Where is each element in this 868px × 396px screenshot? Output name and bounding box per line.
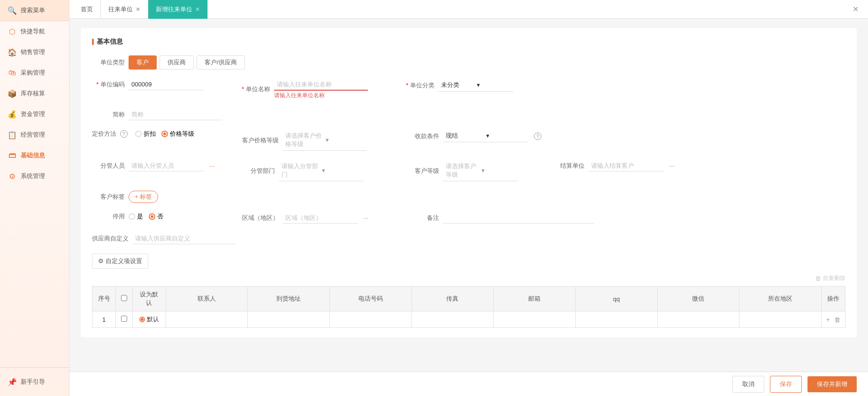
supplier-custom-label: 供应商自定义 bbox=[92, 234, 129, 243]
col-checkbox[interactable] bbox=[116, 287, 133, 311]
row-contact[interactable] bbox=[166, 311, 248, 328]
sidebar-item-purchase[interactable]: 🛍 采购管理 bbox=[0, 62, 69, 83]
default-radio[interactable] bbox=[139, 317, 145, 322]
disabled-no-radio[interactable]: 否 bbox=[149, 212, 163, 221]
pricing-method-field: 定价方法 ? 折扣 价格等级 bbox=[92, 130, 233, 138]
sidebar-item-finance[interactable]: 💰 资金管理 bbox=[0, 104, 69, 124]
sidebar-item-operations[interactable]: 📋 经营管理 bbox=[0, 124, 69, 145]
phone-input[interactable] bbox=[335, 316, 407, 323]
disabled-yes-label: 是 bbox=[137, 212, 143, 221]
customer-level-select[interactable]: 请选择客户等级 ▼ bbox=[443, 160, 518, 181]
manager-more-btn[interactable]: ··· bbox=[207, 162, 217, 170]
unit-name-input[interactable] bbox=[274, 79, 368, 91]
batch-delete-label[interactable]: 批量删除 bbox=[823, 274, 845, 282]
settlement-more-btn[interactable]: ··· bbox=[667, 162, 677, 170]
unit-name-field: * 单位名称 请输入往来单位名称 bbox=[237, 79, 388, 100]
select-all-checkbox[interactable] bbox=[121, 295, 127, 301]
row-checkbox-input[interactable] bbox=[121, 316, 127, 322]
customer-price-level-placeholder: 请选择客户价格等级 bbox=[285, 132, 325, 148]
row-qq[interactable] bbox=[575, 311, 657, 328]
unit-code-input[interactable] bbox=[129, 79, 204, 90]
disabled-radio-group: 是 否 bbox=[129, 212, 163, 221]
supplier-custom-row: 供应商自定义 bbox=[92, 233, 845, 244]
tab-partner-close[interactable]: ✕ bbox=[136, 6, 140, 13]
row-address[interactable] bbox=[248, 311, 330, 328]
col-fax: 传真 bbox=[411, 287, 494, 311]
row-checkbox[interactable] bbox=[116, 311, 133, 328]
settlement-unit-label: 结算单位 bbox=[552, 162, 585, 170]
form-content: 基本信息 单位类型 客户 供应商 客户/供应商 * bbox=[69, 19, 868, 372]
pricing-question-icon[interactable]: ? bbox=[120, 130, 128, 138]
sidebar-item-sales[interactable]: 🏠 销售管理 bbox=[0, 42, 69, 62]
sidebar-label-sales: 销售管理 bbox=[21, 48, 45, 56]
pricing-radio-group: 折扣 价格等级 bbox=[135, 130, 194, 138]
unit-type-row: 单位类型 客户 供应商 客户/供应商 bbox=[92, 55, 845, 70]
payment-question-icon[interactable]: ? bbox=[534, 132, 541, 140]
contact-input[interactable] bbox=[171, 316, 243, 323]
sidebar-item-quick-nav[interactable]: ⬡ 快捷导航 bbox=[0, 21, 69, 42]
sidebar-item-system[interactable]: ⚙ 系统管理 bbox=[0, 166, 69, 186]
unit-type-buttons: 客户 供应商 客户/供应商 bbox=[129, 55, 245, 70]
settlement-unit-input[interactable] bbox=[588, 160, 663, 171]
sidebar-label-inventory: 库存核算 bbox=[21, 89, 45, 98]
unit-btn-customer[interactable]: 客户 bbox=[129, 55, 157, 70]
region-more-btn[interactable]: ··· bbox=[361, 214, 371, 222]
payment-terms-select[interactable]: 现结 ▼ bbox=[443, 130, 527, 142]
save-and-new-button[interactable]: 保存并新增 bbox=[807, 376, 857, 392]
finance-icon: 💰 bbox=[8, 109, 17, 119]
sidebar-item-search-menu[interactable]: 🔍 搜索菜单 bbox=[0, 0, 69, 21]
disabled-yes-radio[interactable]: 是 bbox=[129, 212, 143, 221]
row-region[interactable] bbox=[739, 311, 822, 328]
supplier-custom-input[interactable] bbox=[132, 233, 236, 244]
row-del-btn[interactable]: 🗑 bbox=[834, 316, 840, 323]
sidebar-item-guide[interactable]: 📌 新手引导 bbox=[0, 372, 69, 392]
wechat-input[interactable] bbox=[662, 316, 735, 323]
pricing-discount-radio[interactable]: 折扣 bbox=[135, 130, 156, 138]
unit-btn-both[interactable]: 客户/供应商 bbox=[197, 55, 245, 70]
unit-category-select[interactable]: 未分类 ▼ bbox=[438, 79, 513, 92]
window-close-button[interactable]: ✕ bbox=[847, 5, 864, 14]
sidebar-item-basic[interactable]: 🗃 基础信息 bbox=[0, 145, 69, 166]
remarks-input[interactable] bbox=[443, 212, 594, 224]
department-select[interactable]: 请输入分管部门 ▼ bbox=[279, 160, 363, 181]
customer-price-level-select[interactable]: 请选择客户价格等级 ▼ bbox=[282, 130, 367, 151]
region-input[interactable] bbox=[282, 212, 358, 224]
row-phone[interactable] bbox=[330, 311, 412, 328]
row-region-input[interactable] bbox=[744, 316, 816, 323]
save-button[interactable]: 保存 bbox=[770, 376, 802, 393]
row-fax[interactable] bbox=[411, 311, 494, 328]
tab-partner[interactable]: 往来单位 ✕ bbox=[101, 0, 148, 19]
row-wechat[interactable] bbox=[657, 311, 739, 328]
customer-tag-label: 客户标签 bbox=[92, 193, 125, 201]
fax-input[interactable] bbox=[417, 316, 489, 323]
tab-new-partner-close[interactable]: ✕ bbox=[195, 6, 200, 13]
row-action: + 🗑 bbox=[821, 311, 845, 328]
tab-new-partner[interactable]: 新增往来单位 ✕ bbox=[148, 0, 208, 19]
email-input[interactable] bbox=[498, 316, 571, 323]
sidebar-label-operations: 经营管理 bbox=[21, 131, 45, 139]
remarks-label: 备注 bbox=[406, 214, 439, 222]
short-name-input[interactable] bbox=[129, 109, 222, 120]
short-name-row: 简称 bbox=[92, 109, 845, 120]
unit-btn-supplier[interactable]: 供应商 bbox=[160, 55, 194, 70]
sidebar-item-inventory[interactable]: 📦 库存核算 bbox=[0, 83, 69, 104]
batch-delete-area: 🗑 批量删除 bbox=[92, 274, 845, 282]
add-tag-button[interactable]: + 标签 bbox=[129, 191, 158, 203]
manager-input[interactable] bbox=[129, 160, 204, 171]
row-add-btn[interactable]: + bbox=[826, 316, 830, 323]
unit-category-chevron: ▼ bbox=[476, 82, 510, 88]
tab-partner-label: 往来单位 bbox=[108, 5, 133, 14]
row-email[interactable] bbox=[494, 311, 576, 328]
unit-name-error-wrap: 请输入往来单位名称 bbox=[274, 79, 388, 100]
row-default[interactable]: 默认 bbox=[133, 311, 166, 328]
custom-settings-button[interactable]: ⚙ 自定义项设置 bbox=[92, 254, 148, 269]
disabled-no-label: 否 bbox=[157, 212, 163, 221]
pricing-level-radio[interactable]: 价格等级 bbox=[161, 130, 194, 138]
footer: 取消 保存 保存并新增 bbox=[69, 372, 868, 396]
short-name-label: 简称 bbox=[92, 110, 125, 119]
qq-input[interactable] bbox=[580, 316, 653, 323]
tab-home[interactable]: 首页 bbox=[73, 0, 101, 19]
address-input[interactable] bbox=[252, 316, 325, 323]
cancel-button[interactable]: 取消 bbox=[732, 376, 764, 393]
unit-code-field: * 单位编码 bbox=[92, 79, 223, 90]
